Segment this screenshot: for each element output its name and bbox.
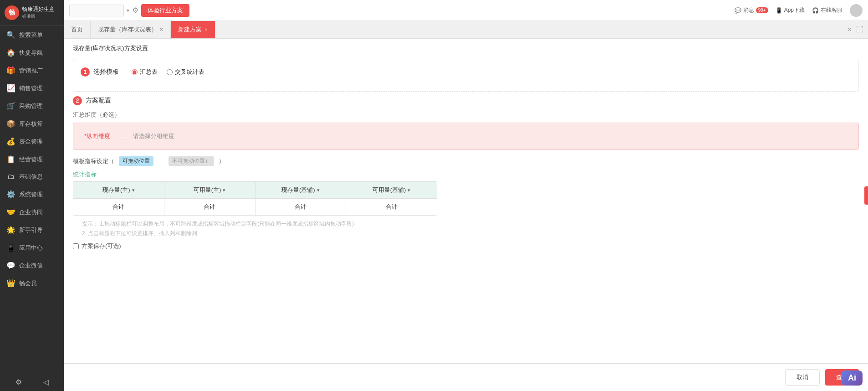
radio-summary[interactable]: 汇总表 [132,68,158,76]
box-icon: 📦 [6,119,15,128]
messages-label: 消息 [743,6,754,14]
topbar-gear-icon[interactable]: ⚙ [132,6,138,15]
sidebar-item-label: 销售管理 [19,84,43,93]
sidebar-item-label: 应用中心 [19,244,43,252]
dim-placeholder[interactable]: 请选择分组维度 [133,132,174,140]
draggable-chip: 可拖动位置 [119,156,153,166]
online-service-item[interactable]: 🎧 在线客服 [812,6,842,14]
radio-cross[interactable]: 交叉统计表 [167,68,204,76]
tab-inventory-close-icon[interactable]: × [160,26,163,33]
ai-badge[interactable]: Ai [842,370,863,386]
sidebar-item-label: 系统管理 [19,190,43,199]
radio-summary-input[interactable] [132,69,138,75]
step2-badge: 2 [73,96,82,105]
sidebar-item-new-guide[interactable]: 🌟 新手引导 [0,221,64,239]
col-header-2-label: 现存量(基辅) [281,186,315,194]
search-input[interactable] [69,5,124,16]
indicator-label-end: ） [219,157,225,165]
col-body-0: 合计 [73,198,164,215]
col-header-2[interactable]: 现存量(基辅) ▾ [255,182,347,198]
save-scheme-row: 方案保存(可选) [73,242,859,250]
handshake-icon: 🤝 [6,208,15,216]
col-header-1[interactable]: 可用量(主) ▾ [164,182,255,198]
step2-header: 2 方案配置 [73,96,859,105]
sidebar-item-search-menu[interactable]: 🔍 搜索菜单 [0,26,64,44]
sidebar-item-quick-nav[interactable]: 🏠 快捷导航 [0,44,64,62]
sidebar-item-finance[interactable]: 💰 资金管理 [0,133,64,150]
topbar-dropdown-icon[interactable]: ▾ [127,7,129,14]
sidebar-item-app-center[interactable]: 📱 应用中心 [0,239,64,257]
main-area: ▾ ⚙ 体验行业方案 💬 消息 99+ 📱 App下载 🎧 在线客服 首页 [64,0,868,391]
tab-home[interactable]: 首页 [64,21,91,38]
radio-summary-label: 汇总表 [140,68,158,76]
col-header-1-dropdown-icon[interactable]: ▾ [223,187,225,193]
chat-icon: 💬 [6,261,15,270]
stats-table-header: 现存量(主) ▾ 可用量(主) ▾ 现存量(基辅) ▾ 可用量(基辅) [73,182,437,198]
tab-new-scheme-close-icon[interactable]: × [204,26,208,33]
step2-section: 2 方案配置 汇总维度（必选） *纵向维度 —— 请选择分组维度 模板指标 [73,96,859,237]
industry-plan-button[interactable]: 体验行业方案 [141,4,189,17]
hint-2: 2. 点击标题栏下拉可设置排序、插入列和删除列 [82,230,850,237]
draggable-label: 可拖动位置 [123,157,150,165]
logo-text-block: 畅康通好生意 标准版 [22,6,55,20]
tab-inventory-status[interactable]: 现存量（库存状况表） × [91,21,171,38]
app-download-item[interactable]: 📱 App下载 [776,6,805,14]
col-header-2-dropdown-icon[interactable]: ▾ [317,187,320,193]
tab-new-scheme[interactable]: 新建方案 × [171,21,215,38]
messages-badge: 99+ [756,7,768,13]
panel-close-icon[interactable]: × [848,26,852,34]
hint-1: 提示： 1.拖动标题栏可以调整布局，不可跨维度或指标区域拖动栏目字段(只能在同一… [82,220,850,228]
non-draggable-chip: 不可拖动位置） [168,156,214,166]
col-body-2: 合计 [255,198,347,215]
sidebar-item-sales[interactable]: 📈 销售管理 [0,79,64,97]
messages-item[interactable]: 💬 消息 99+ [735,6,768,14]
settings-bottom-icon[interactable]: ⚙ [15,378,22,386]
sidebar-bottom: ⚙ ◁ [0,373,64,391]
sidebar-item-corp-coop[interactable]: 🤝 企业协同 [0,203,64,221]
gift-icon: 🎁 [6,66,15,75]
radio-cross-input[interactable] [167,69,173,75]
step1-header: 1 选择模板 汇总表 交叉统计表 [81,67,851,77]
user-avatar[interactable] [850,4,863,17]
tab-new-scheme-label: 新建方案 [178,26,202,34]
sidebar-item-sys-mgmt[interactable]: ⚙️ 系统管理 [0,185,64,203]
sidebar-item-label: 采购管理 [19,102,43,110]
gear-icon: ⚙️ [6,190,15,199]
sidebar-item-label: 资金管理 [19,138,43,146]
panel-expand-icon[interactable]: ⛶ [856,26,863,34]
col-header-0-label: 现存量(主) [102,186,130,194]
radio-cross-label: 交叉统计表 [175,68,204,76]
sidebar-item-purchase[interactable]: 🛒 采购管理 [0,97,64,115]
sidebar-item-corp-wechat[interactable]: 💬 企业微信 [0,257,64,274]
app-download-label: App下载 [784,6,805,14]
sidebar-item-marketing[interactable]: 🎁 营销推广 [0,62,64,79]
tabs-bar: 首页 现存量（库存状况表） × 新建方案 × × ⛶ [64,21,868,39]
save-scheme-checkbox[interactable] [73,243,79,249]
col-header-3-dropdown-icon[interactable]: ▾ [408,187,410,193]
cancel-button[interactable]: 取消 [785,369,820,386]
topbar-right: 💬 消息 99+ 📱 App下载 🎧 在线客服 [735,4,863,17]
sidebar-logo: 畅 畅康通好生意 标准版 [0,0,64,26]
col-header-0-dropdown-icon[interactable]: ▾ [132,187,135,193]
sidebar-item-operations[interactable]: 📋 经营管理 [0,150,64,168]
vertical-dim-required-star: *纵向维度 [84,132,110,140]
bottom-bar: 取消 查询 [64,363,868,391]
sidebar-item-label: 经营管理 [19,155,43,164]
sidebar: 畅 畅康通好生意 标准版 🔍 搜索菜单 🏠 快捷导航 🎁 营销推广 📈 销售管理… [0,0,64,391]
col-header-0[interactable]: 现存量(主) ▾ [73,182,164,198]
right-scroll-handle[interactable] [864,186,868,205]
app-edition: 标准版 [22,13,55,20]
sidebar-item-label: 营销推广 [19,67,43,75]
phone-icon: 📱 [776,7,782,14]
content-area: 现存量(库存状况表)方案设置 1 选择模板 汇总表 交叉统计表 [64,39,868,363]
sidebar-item-label: 新手引导 [19,226,43,234]
sidebar-item-member[interactable]: 👑 畅会员 [0,274,64,292]
sidebar-item-label: 基础信息 [19,173,43,181]
sidebar-item-base-info[interactable]: 🗂 基础信息 [0,168,64,185]
sidebar-item-inventory[interactable]: 📦 库存核算 [0,115,64,133]
col-header-3-label: 可用量(基辅) [373,186,406,194]
online-service-label: 在线客服 [821,6,842,14]
sidebar-item-label: 搜索菜单 [19,31,43,39]
sound-bottom-icon[interactable]: ◁ [43,378,49,386]
col-header-3[interactable]: 可用量(基辅) ▾ [346,182,437,198]
